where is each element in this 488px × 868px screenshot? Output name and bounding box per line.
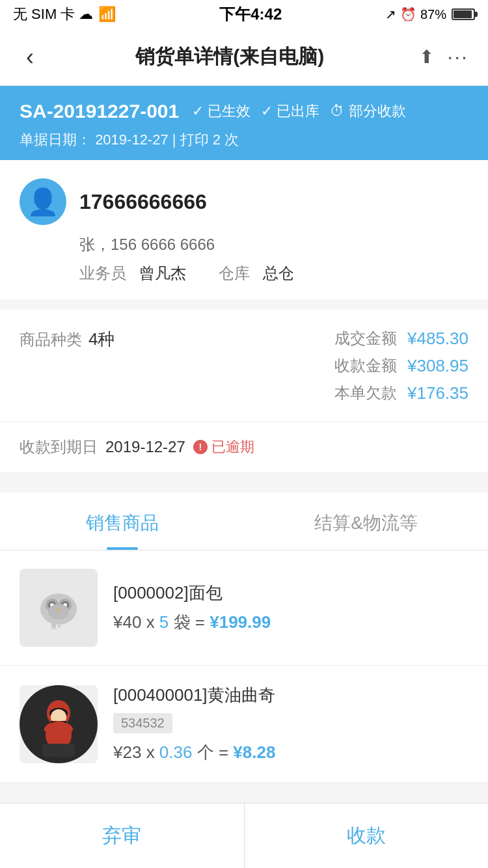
product-price-2: ¥23 x 0.36 个 = ¥8.28 [113, 741, 468, 764]
warehouse-label: 仓库 [219, 264, 250, 282]
status-badge-shipped: ✓ 已出库 [261, 102, 319, 121]
more-icon[interactable]: ··· [447, 45, 468, 69]
sales-value: 曾凡杰 [139, 264, 186, 282]
avatar: 👤 [20, 178, 66, 225]
product-image-2 [20, 685, 98, 763]
battery-percent: 87% [420, 7, 446, 22]
sim-status: 无 SIM 卡 ☁ [13, 5, 93, 24]
product-info-2: [000400001]黄油曲奇 534532 ¥23 x 0.36 个 = ¥8… [113, 684, 468, 764]
page-title: 销货单详情(来自电脑) [135, 44, 324, 70]
tab-settlement[interactable]: 结算&物流等 [244, 493, 488, 550]
order-header: SA-20191227-001 ✓ 已生效 ✓ 已出库 ⏱ 部分收款 单据日期：… [0, 86, 488, 160]
section-divider-1 [0, 299, 488, 310]
product-total-2: ¥8.28 [233, 742, 275, 762]
svg-rect-18 [42, 744, 75, 757]
product-thumb-1: 鱼+ [20, 569, 98, 647]
product-item-1: 鱼+ [0000002]面包 ¥40 x 5 袋 = ¥199.99 [0, 550, 488, 666]
product-info-1: [0000002]面包 ¥40 x 5 袋 = ¥199.99 [113, 582, 468, 634]
sales-label: 业务员 [79, 264, 126, 282]
status-time: 下午4:42 [219, 4, 282, 25]
customer-contact: 张，156 6666 6666 [79, 234, 468, 255]
overdue-text: 已逾期 [211, 437, 254, 457]
location-icon: ↗ [385, 7, 396, 22]
wifi-icon: 📶 [98, 6, 116, 23]
overdue-badge: ! 已逾期 [193, 437, 254, 457]
amount-stats: 成交金额 ¥485.30 收款金额 ¥308.95 本单欠款 ¥176.35 [334, 328, 468, 403]
overdue-section: 收款到期日 2019-12-27 ! 已逾期 [0, 422, 488, 472]
section-divider-2 [0, 472, 488, 482]
svg-text:鱼+: 鱼+ [51, 623, 61, 630]
products-section: 鱼+ [0000002]面包 ¥40 x 5 袋 = ¥199.99 [0, 550, 488, 783]
nav-actions: ⬆ ··· [419, 45, 468, 69]
share-icon[interactable]: ⬆ [419, 46, 434, 68]
received-label: 收款金额 [334, 355, 397, 376]
alarm-icon: ⏰ [400, 7, 416, 22]
status-badge-partial: ⏱ 部分收款 [330, 102, 405, 121]
nav-bar: ‹ 销货单详情(来自电脑) ⬆ ··· [0, 29, 488, 86]
customer-section: 👤 17666666666 张，156 6666 6666 业务员 曾凡杰 仓库… [0, 160, 488, 299]
overdue-date: 2019-12-27 [105, 438, 185, 456]
status-badge-effective: ✓ 已生效 [192, 102, 251, 121]
tab-products[interactable]: 销售商品 [0, 493, 244, 550]
product-name-2: [000400001]黄油曲奇 [113, 684, 468, 707]
stats-section: 商品种类 4种 成交金额 ¥485.30 收款金额 ¥308.95 本单欠款 ¥… [0, 310, 488, 422]
debt-value: ¥176.35 [407, 383, 468, 403]
product-price-1: ¥40 x 5 袋 = ¥199.99 [113, 611, 468, 634]
debt-row: 本单欠款 ¥176.35 [334, 383, 468, 403]
category-stats: 商品种类 4种 [20, 328, 115, 351]
avatar-icon: 👤 [27, 187, 59, 217]
collect-button[interactable]: 收款 [245, 804, 489, 868]
debt-label: 本单欠款 [334, 383, 397, 403]
product-name-1: [0000002]面包 [113, 582, 468, 604]
product-sku-2: 534532 [113, 713, 172, 733]
received-row: 收款金额 ¥308.95 [334, 355, 468, 376]
tabs-container: 销售商品 结算&物流等 [0, 493, 488, 550]
back-button[interactable]: ‹ [20, 37, 40, 77]
order-id: SA-20191227-001 [20, 100, 179, 122]
product-item-2: [000400001]黄油曲奇 534532 ¥23 x 0.36 个 = ¥8… [0, 666, 488, 783]
status-left: 无 SIM 卡 ☁ 📶 [13, 5, 116, 24]
overdue-label: 收款到期日 [20, 437, 98, 457]
customer-meta: 业务员 曾凡杰 仓库 总仓 [79, 263, 468, 284]
customer-name: 17666666666 [79, 190, 207, 214]
status-right: ↗ ⏰ 87% [385, 7, 475, 22]
order-date: 单据日期： 2019-12-27 | 打印 2 次 [20, 130, 468, 150]
status-bar: 无 SIM 卡 ☁ 📶 下午4:42 ↗ ⏰ 87% [0, 0, 488, 29]
product-qty-1: 5 [159, 612, 169, 632]
category-value: 4种 [88, 328, 115, 351]
amount-value: ¥485.30 [407, 329, 468, 349]
reject-button[interactable]: 弃审 [0, 804, 245, 868]
battery-icon [452, 8, 475, 20]
product-thumb-2 [20, 685, 98, 763]
amount-row: 成交金额 ¥485.30 [334, 328, 468, 349]
warehouse-value: 总仓 [263, 264, 294, 282]
received-value: ¥308.95 [407, 356, 468, 376]
category-label: 商品种类 [20, 329, 82, 350]
overdue-dot-icon: ! [193, 440, 208, 454]
status-badges: ✓ 已生效 ✓ 已出库 ⏱ 部分收款 [192, 102, 405, 121]
amount-label: 成交金额 [334, 328, 397, 349]
product-qty-2: 0.36 [159, 742, 193, 762]
bottom-toolbar: 弃审 收款 [0, 803, 488, 868]
product-total-1: ¥199.99 [210, 612, 271, 632]
